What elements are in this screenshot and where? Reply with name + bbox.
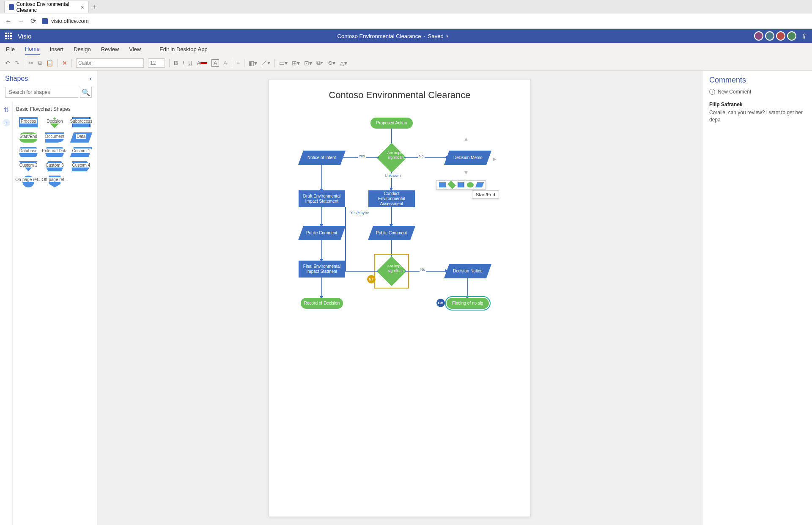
node-finding-no-sig[interactable]: Finding of no sig — [447, 298, 489, 309]
autoconnect-up-icon[interactable]: ▴ — [464, 135, 468, 143]
shape-process[interactable]: Process — [16, 117, 41, 128]
shapes-search-input[interactable] — [5, 87, 78, 98]
fill-icon[interactable]: ◧▾ — [249, 60, 257, 66]
shape-external-data[interactable]: External Data — [42, 147, 67, 157]
position-icon[interactable]: ⊡▾ — [304, 60, 312, 66]
back-icon[interactable]: ← — [5, 17, 12, 25]
shape-decision[interactable]: Decision — [42, 117, 67, 128]
quick-shape-process[interactable] — [439, 182, 446, 187]
ribbon-tabs: File Home Insert Design Review View Edit… — [0, 43, 812, 55]
effects-icon[interactable]: ◬▾ — [340, 60, 347, 66]
node-proposed-action[interactable]: Proposed Action — [370, 118, 413, 129]
stencil-icon[interactable]: ⇅ — [4, 106, 9, 113]
presence-badge-nt: NT — [367, 275, 376, 283]
avatar[interactable] — [787, 31, 796, 41]
tab-design[interactable]: Design — [74, 44, 91, 54]
node-record-of-decision[interactable]: Record of Decision — [301, 298, 343, 309]
share-icon[interactable]: ⇪ — [801, 32, 807, 40]
node-conduct-ea[interactable]: Conduct Environmental Assessment — [368, 190, 415, 207]
delete-icon[interactable]: ✕ — [62, 60, 67, 66]
browser-chrome: Contoso Environmental Clearanc × ＋ ← → ⟳… — [0, 0, 812, 29]
new-comment-label: New Comment — [718, 89, 751, 95]
align-shapes-icon[interactable]: ⊞▾ — [292, 60, 300, 66]
shape-custom-4[interactable]: Custom 4 — [69, 161, 93, 171]
rotate-icon[interactable]: ⟲▾ — [327, 60, 335, 66]
search-icon[interactable]: 🔍 — [80, 87, 92, 98]
document-title[interactable]: Contoso Environmental Clearance - Saved … — [31, 33, 754, 39]
avatar[interactable] — [776, 31, 785, 41]
shape-on-page-ref[interactable]: On-page ref... — [16, 176, 41, 187]
comment-item[interactable]: Filip Safranek Coralie, can you review? … — [709, 102, 805, 124]
autoconnect-down-icon[interactable]: ▾ — [464, 168, 468, 176]
node-decision-memo[interactable]: Decision Memo — [444, 151, 491, 165]
node-draft-eis[interactable]: Draft Environmental Impact Statement — [299, 190, 345, 207]
highlight-icon[interactable]: A — [211, 59, 219, 67]
node-final-eis[interactable]: Final Environmental Impact Statment — [299, 261, 345, 278]
tab-insert[interactable]: Insert — [50, 44, 64, 54]
cut-icon[interactable]: ✂ — [28, 60, 33, 66]
redo-icon[interactable]: ↷ — [14, 60, 19, 66]
node-notice-of-intent[interactable]: Notice of Intent — [298, 151, 346, 165]
shape-start-end[interactable]: Start/End — [16, 132, 41, 143]
line-icon[interactable]: ／▾ — [261, 59, 270, 67]
node-public-comment-2[interactable]: Public Comment — [368, 226, 415, 240]
edit-in-desktop-button[interactable]: Edit in Desktop App — [159, 46, 207, 52]
refresh-icon[interactable]: ⟳ — [30, 17, 36, 25]
shape-database[interactable]: Database — [16, 147, 41, 157]
address-field[interactable]: visio.office.com — [42, 18, 807, 24]
quick-shape-decision[interactable] — [447, 181, 456, 189]
avatar[interactable] — [765, 31, 774, 41]
shapes-category: Basic Flowchart Shapes — [16, 106, 93, 112]
shape-subprocess[interactable]: Subprocess — [69, 117, 93, 128]
canvas[interactable]: Contoso Environmental Clearance Proposed… — [97, 71, 702, 525]
shape-custom-2[interactable]: Custom 2 — [16, 161, 41, 171]
add-stencil-button[interactable]: + — [3, 119, 10, 126]
clear-format-icon[interactable]: A̶ — [223, 60, 228, 66]
font-color-icon[interactable]: A — [197, 60, 207, 66]
tab-view[interactable]: View — [129, 44, 141, 54]
avatar[interactable] — [754, 31, 763, 41]
font-size-selector[interactable] — [148, 58, 165, 68]
paste-icon[interactable]: 📋 — [46, 60, 53, 66]
group-icon[interactable]: ⧉▾ — [316, 59, 323, 66]
shape-off-page-ref[interactable]: Off-page ref... — [42, 176, 67, 187]
tab-home[interactable]: Home — [25, 44, 40, 55]
shape-data[interactable]: Data — [69, 132, 93, 143]
node-impacts-decision-1[interactable]: Are impacts significant? — [377, 143, 406, 173]
quick-shape-subprocess[interactable] — [458, 182, 464, 187]
url-text: visio.office.com — [51, 18, 89, 24]
page[interactable]: Contoso Environmental Clearance Proposed… — [269, 79, 531, 517]
main-area: Shapes ‹ 🔍 ⇅ + Basic Flowchart Shapes Pr… — [0, 71, 812, 525]
tab-review[interactable]: Review — [101, 44, 119, 54]
quick-shape-data[interactable] — [475, 182, 484, 187]
node-impacts-decision-2[interactable]: Are impacts significant? — [377, 256, 406, 286]
node-decision-notice[interactable]: Decision Notice — [444, 264, 491, 278]
node-public-comment-1[interactable]: Public Comment — [298, 226, 346, 240]
tab-file[interactable]: File — [6, 44, 15, 54]
shape-custom-3[interactable]: Custom 3 — [42, 161, 67, 171]
align-icon[interactable]: ≡ — [236, 60, 240, 66]
comments-pane: Comments + New Comment Filip Safranek Co… — [702, 71, 812, 525]
visio-favicon-icon — [9, 4, 14, 10]
bold-icon[interactable]: B — [174, 60, 178, 66]
forward-icon[interactable]: → — [18, 17, 25, 25]
comments-title: Comments — [709, 76, 805, 85]
italic-icon[interactable]: I — [182, 60, 184, 66]
shape-custom-1[interactable]: Custom 1 — [69, 147, 93, 157]
browser-tab[interactable]: Contoso Environmental Clearanc × — [4, 1, 89, 13]
font-selector[interactable] — [76, 58, 144, 68]
copy-icon[interactable]: ⧉ — [38, 59, 42, 66]
undo-icon[interactable]: ↶ — [5, 60, 10, 66]
quick-shape-terminator[interactable] — [467, 182, 474, 187]
new-tab-button[interactable]: ＋ — [91, 3, 98, 11]
shape-document[interactable]: Document — [42, 132, 67, 143]
quick-shapes-popup[interactable] — [436, 180, 486, 190]
chevron-down-icon[interactable]: ▾ — [446, 34, 448, 38]
close-tab-icon[interactable]: × — [81, 4, 84, 11]
new-comment-button[interactable]: + New Comment — [709, 89, 805, 95]
collapse-icon[interactable]: ‹ — [90, 75, 92, 82]
app-launcher-icon[interactable] — [5, 33, 12, 39]
autoconnect-right-icon[interactable]: ▸ — [493, 155, 497, 163]
underline-icon[interactable]: U — [188, 60, 192, 66]
arrange-icon[interactable]: ▭▾ — [279, 60, 288, 66]
